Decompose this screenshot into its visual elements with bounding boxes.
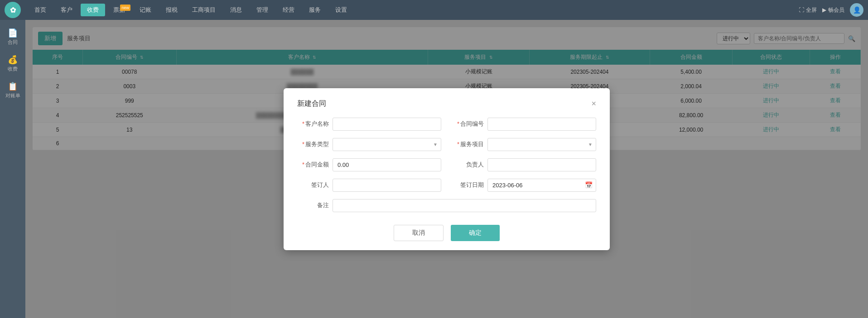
modal-overlay: 新建合同 × *客户名称 *合同编号	[25, 20, 868, 318]
new-contract-modal: 新建合同 × *客户名称 *合同编号	[284, 88, 610, 250]
customer-name-input[interactable]	[333, 118, 441, 131]
nav-operation[interactable]: 经营	[276, 4, 301, 16]
remark-field-row: 备注	[297, 199, 596, 212]
nav-management[interactable]: 管理	[250, 4, 275, 16]
signer-field-row: 签订人	[297, 179, 441, 192]
main-content-area: 新增 服务项目 进行中 已完成 已取消 🔍 序号 合同编	[25, 20, 868, 318]
contract-no-label: *合同编号	[452, 120, 484, 128]
service-type-label: *服务类型	[297, 140, 329, 148]
play-icon: ▶	[822, 7, 826, 13]
reconciliation-icon: 📋	[8, 81, 18, 91]
nav-invoice[interactable]: 票据 new	[107, 4, 131, 16]
sign-date-input[interactable]	[487, 179, 596, 192]
app-logo: ✿	[5, 2, 21, 18]
required-star-customer: *	[302, 120, 304, 127]
fullscreen-button[interactable]: ⛶ 全屏	[799, 6, 817, 14]
responsible-field-row: 负责人	[452, 158, 596, 171]
main-layout: 📄 合同 💰 收费 📋 对账单 新增 服务项目 进行中 已完成 已取消	[0, 20, 868, 318]
sidebar-item-billing[interactable]: 💰 收费	[1, 51, 24, 76]
remark-label: 备注	[297, 201, 329, 209]
remark-input[interactable]	[333, 199, 596, 212]
contract-no-field-row: *合同编号	[452, 118, 596, 131]
billing-icon: 💰	[8, 55, 18, 65]
amount-input[interactable]	[333, 158, 441, 171]
customer-label: *客户名称	[297, 120, 329, 128]
amount-label: *合同金额	[297, 161, 329, 169]
vip-button[interactable]: ▶ 畅会员	[822, 6, 844, 14]
confirm-button[interactable]: 确定	[451, 225, 500, 241]
left-sidebar: 📄 合同 💰 收费 📋 对账单	[0, 20, 25, 318]
service-item-field-row: *服务项目	[452, 138, 596, 151]
service-type-select[interactable]	[333, 138, 441, 151]
sign-date-field-row: 签订日期 📅	[452, 179, 596, 192]
required-star-stype: *	[302, 141, 304, 147]
nav-service[interactable]: 服务	[303, 4, 327, 16]
service-type-select-wrap	[333, 138, 441, 151]
new-badge: new	[120, 5, 130, 11]
top-navigation: ✿ 首页 客户 收费 票据 new 记账 报税 工商项目 消息 管理 经营 服务…	[0, 0, 868, 20]
amount-field-row: *合同金额	[297, 158, 441, 171]
nav-home[interactable]: 首页	[28, 4, 53, 16]
nav-customer[interactable]: 客户	[54, 4, 79, 16]
required-star-contract: *	[457, 120, 459, 127]
required-star-sitem: *	[457, 141, 459, 147]
nav-billing[interactable]: 收费	[81, 4, 105, 16]
responsible-label: 负责人	[452, 161, 484, 169]
contract-no-input[interactable]	[487, 118, 596, 131]
service-item-select-wrap	[487, 138, 596, 151]
contract-icon: 📄	[8, 28, 18, 38]
nav-right-actions: ⛶ 全屏 ▶ 畅会员 👤	[799, 3, 863, 17]
sign-date-label: 签订日期	[452, 181, 484, 189]
service-item-label: *服务项目	[452, 140, 484, 148]
nav-business[interactable]: 工商项目	[186, 4, 222, 16]
modal-footer: 取消 确定	[297, 225, 596, 241]
user-avatar[interactable]: 👤	[850, 3, 863, 17]
close-icon[interactable]: ×	[591, 99, 596, 109]
signer-input[interactable]	[333, 179, 441, 192]
modal-title: 新建合同	[297, 99, 326, 109]
modal-form: *客户名称 *合同编号 *服务类型	[297, 118, 596, 212]
customer-field-row: *客户名称	[297, 118, 441, 131]
calendar-icon[interactable]: 📅	[585, 181, 593, 189]
nav-menu: 首页 客户 收费 票据 new 记账 报税 工商项目 消息 管理 经营 服务 设…	[28, 4, 799, 16]
nav-message[interactable]: 消息	[224, 4, 248, 16]
responsible-input[interactable]	[487, 158, 596, 171]
modal-header: 新建合同 ×	[297, 99, 596, 109]
sign-date-wrap: 📅	[487, 179, 596, 192]
required-star-amount: *	[302, 161, 304, 168]
cancel-button[interactable]: 取消	[394, 225, 444, 241]
signer-label: 签订人	[297, 181, 329, 189]
nav-tax[interactable]: 报税	[159, 4, 184, 16]
nav-settings[interactable]: 设置	[329, 4, 353, 16]
service-item-select[interactable]	[487, 138, 596, 151]
nav-bookkeeping[interactable]: 记账	[133, 4, 158, 16]
fullscreen-icon: ⛶	[799, 7, 804, 13]
sidebar-item-contract[interactable]: 📄 合同	[1, 24, 24, 49]
service-type-field-row: *服务类型	[297, 138, 441, 151]
sidebar-item-reconciliation[interactable]: 📋 对账单	[1, 78, 24, 103]
